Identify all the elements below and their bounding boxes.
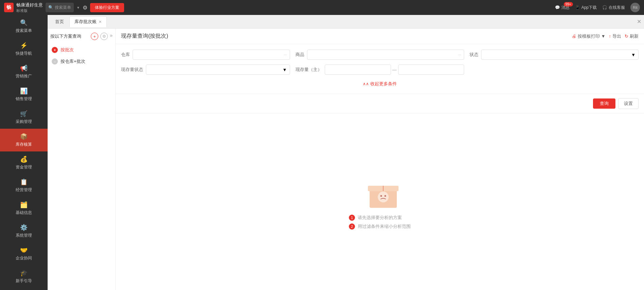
brand-icon: 畅: [4, 3, 14, 12]
sidebar-item-guide[interactable]: 🎓 新手引导: [0, 265, 48, 288]
sidebar-item-system[interactable]: ⚙️ 系统管理: [0, 220, 48, 242]
sidebar-item-operations[interactable]: 📋 经营管理: [0, 174, 48, 197]
search-menu-icon: 🔍: [20, 19, 28, 26]
tab-bar: 首页 库存批次账 ✕ ✕: [48, 15, 644, 29]
print-button[interactable]: 🖨 按模板打印 ▼: [572, 33, 606, 39]
step-2-text: 用过滤条件来缩小分析范围: [358, 223, 411, 230]
export-button[interactable]: ↑ 导出: [609, 33, 622, 39]
warehouse-input[interactable]: ···: [133, 50, 290, 60]
inventory-status-dropdown-icon: ▼: [283, 67, 287, 72]
notification-item[interactable]: 💬 消息 99+: [555, 5, 570, 11]
search-label: 搜索菜单: [55, 5, 71, 11]
refresh-button[interactable]: ↻ 刷新: [625, 33, 639, 39]
sidebar-label-basics: 基础信息: [16, 210, 32, 216]
search-dropdown-arrow[interactable]: ▼: [77, 6, 80, 10]
filter-panel-collapse-icon[interactable]: »: [110, 33, 113, 40]
sidebar-label-finance: 资金管理: [16, 164, 32, 170]
sidebar-label-inventory: 库存核算: [16, 142, 32, 147]
quantity-max-input[interactable]: [398, 65, 464, 75]
search-menu-input[interactable]: 🔍 搜索菜单: [46, 3, 74, 12]
query-button[interactable]: 查询: [593, 98, 615, 109]
action-area: 查询 设置: [116, 94, 644, 113]
product-label: 商品: [295, 52, 304, 58]
query-header: 现存量查询(按批次) 🖨 按模板打印 ▼ ↑ 导出 ↻: [116, 29, 644, 44]
warehouse-more-icon: ···: [284, 53, 287, 57]
user-avatar: Rit: [630, 3, 640, 12]
empty-illustration: [363, 174, 397, 208]
product-input[interactable]: ···: [307, 50, 464, 60]
notification-badge: 99+: [564, 2, 573, 6]
content-area: 首页 库存批次账 ✕ ✕ 按以下方案查询 +: [48, 15, 644, 290]
sidebar-label-quick-nav: 快捷导航: [16, 51, 32, 56]
status-field: 状态 ▼: [470, 50, 639, 60]
svg-point-3: [378, 192, 389, 202]
purchase-icon: 🛒: [20, 110, 28, 117]
tab-inventory-batch[interactable]: 库存批次账 ✕: [69, 16, 107, 27]
sales-icon: 📊: [20, 87, 28, 95]
app-download-item[interactable]: 📱 App下载: [575, 5, 597, 11]
collapse-more-btn[interactable]: ∧∧ 收起更多条件: [121, 79, 639, 88]
add-filter-button[interactable]: +: [91, 33, 98, 40]
sidebar-item-search-menu[interactable]: 🔍 搜索菜单: [0, 15, 48, 38]
status-label: 状态: [470, 52, 478, 58]
export-icon: ↑: [609, 34, 611, 39]
print-icon: 🖨: [572, 34, 576, 39]
basics-icon: 🗂️: [20, 201, 28, 209]
tab-close-icon[interactable]: ✕: [99, 20, 102, 24]
close-right-panel-icon[interactable]: ✕: [637, 18, 641, 25]
brand-name: 畅康通好生意: [16, 2, 43, 8]
product-more-icon: ···: [458, 53, 461, 57]
filter-form: 仓库 ··· 商品 ···: [116, 44, 644, 94]
step-2-circle: 2: [349, 223, 355, 230]
header-left: 畅 畅康通好生意 标准版 🔍 搜索菜单 ▼ ⚙ 体验行业方案: [4, 2, 124, 13]
sidebar-item-purchase[interactable]: 🛒 采购管理: [0, 106, 48, 129]
operations-icon: 📋: [20, 178, 28, 186]
quantity-min-input[interactable]: [325, 65, 391, 75]
export-label: 导出: [612, 33, 621, 39]
tab-home-label: 首页: [55, 19, 64, 25]
trial-button[interactable]: 体验行业方案: [90, 3, 124, 12]
sidebar-item-enterprise[interactable]: 🤝 企业协同: [0, 242, 48, 265]
online-service-item[interactable]: 🎧 在线客服: [602, 5, 625, 11]
main-layout: 🔍 搜索菜单 ⚡ 快捷导航 📢 营销推广 📊 销售管理 🛒 采购管理 📦 库存核…: [0, 15, 644, 290]
step-1-text: 请先选择要分析的方案: [358, 215, 402, 221]
svg-point-5: [385, 195, 386, 197]
inventory-quantity-field: 现存量（主） —: [295, 65, 464, 75]
collapse-text: 收起更多条件: [370, 81, 397, 87]
header-right: 💬 消息 99+ 📱 App下载 🎧 在线客服 Rit: [555, 3, 640, 12]
sidebar-item-marketing[interactable]: 📢 营销推广: [0, 60, 48, 83]
sidebar-item-quick-nav[interactable]: ⚡ 快捷导航: [0, 38, 48, 60]
user-info[interactable]: Rit: [630, 3, 640, 12]
message-icon: 💬: [555, 5, 560, 10]
filter-settings-button[interactable]: ⚙: [100, 33, 108, 40]
filter-row-2: 现存量状态 ▼ 现存量（主） —: [121, 65, 639, 75]
sidebar-item-inventory[interactable]: 📦 库存核算: [0, 129, 48, 151]
status-dropdown-icon: ▼: [631, 52, 635, 57]
inventory-status-select[interactable]: ▼: [146, 65, 290, 75]
sidebar-label-enterprise: 企业协同: [16, 255, 32, 261]
sidebar-item-apps[interactable]: 📱 应用中心: [0, 288, 48, 290]
print-dropdown-icon[interactable]: ▼: [601, 34, 606, 39]
sidebar-item-basics[interactable]: 🗂️ 基础信息: [0, 197, 48, 220]
filter-item-by-warehouse-batch[interactable]: ○ 按仓库+批次: [50, 56, 113, 67]
settings-panel-button[interactable]: 设置: [618, 98, 639, 109]
sidebar-item-sales[interactable]: 📊 销售管理: [0, 83, 48, 106]
query-area: 现存量查询(按批次) 🖨 按模板打印 ▼ ↑ 导出 ↻: [116, 29, 644, 290]
empty-state: 1 请先选择要分析的方案 2 用过滤条件来缩小分析范围: [116, 113, 644, 290]
refresh-icon: ↻: [625, 34, 628, 39]
status-select[interactable]: ▼: [481, 50, 639, 60]
inventory-icon: 📦: [20, 133, 28, 140]
settings-icon[interactable]: ⚙: [83, 4, 87, 11]
inventory-quantity-label: 现存量（主）: [295, 67, 322, 73]
sidebar-item-finance[interactable]: 💰 资金管理: [0, 151, 48, 174]
gear-icon: ⚙: [102, 34, 106, 39]
filter-item-by-batch[interactable]: ✦ 按批次: [50, 44, 113, 56]
empty-step-2: 2 用过滤条件来缩小分析范围: [349, 223, 411, 230]
marketing-icon: 📢: [20, 65, 28, 72]
tab-home[interactable]: 首页: [50, 17, 69, 27]
product-field: 商品 ···: [295, 50, 464, 60]
search-icon: 🔍: [48, 5, 53, 10]
quick-nav-icon: ⚡: [20, 42, 28, 49]
empty-text-container: 1 请先选择要分析的方案 2 用过滤条件来缩小分析范围: [349, 215, 411, 230]
enterprise-icon: 🤝: [20, 247, 28, 254]
